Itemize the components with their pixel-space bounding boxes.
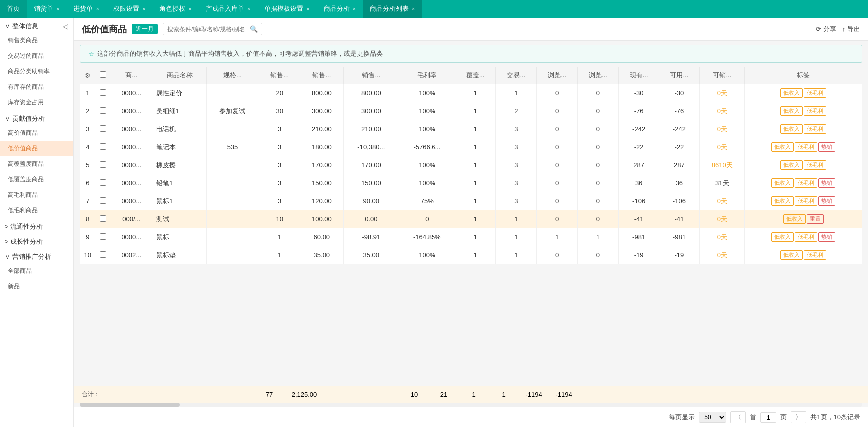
th-view1[interactable]: 浏览... [537, 67, 578, 84]
row-checkbox[interactable] [100, 125, 106, 132]
horizontal-scrollbar[interactable] [80, 403, 862, 407]
sidebar-section-growth[interactable]: > 成长性分析 [0, 233, 73, 248]
row-view1[interactable]: 0 [537, 120, 578, 138]
nav-product-stock[interactable]: 产成品入库单 × [199, 0, 257, 18]
th-qty[interactable]: 销售... [259, 67, 300, 84]
next-page-button[interactable]: 〉 [791, 411, 806, 423]
th-settings[interactable]: ⚙ [80, 67, 96, 84]
row-checkbox[interactable] [100, 233, 106, 240]
row-checkbox-cell[interactable] [96, 156, 110, 174]
nav-product-analysis[interactable]: 商品分析 × [317, 0, 363, 18]
row-view1[interactable]: 0 [537, 210, 578, 228]
row-view1[interactable]: 0 [537, 174, 578, 192]
sidebar-item-low-margin[interactable]: 低毛利商品 [0, 203, 73, 218]
sidebar-item-all-goods[interactable]: 全部商品 [0, 263, 73, 279]
nav-sales-order[interactable]: 销货单 × [27, 0, 66, 18]
nav-home[interactable]: 首页 [0, 0, 27, 18]
th-stock3[interactable]: 可销... [700, 67, 745, 84]
th-profit[interactable]: 毛利率 [399, 67, 455, 84]
row-checkbox-cell[interactable] [96, 228, 110, 246]
close-icon[interactable]: × [247, 6, 250, 12]
row-checkbox[interactable] [100, 215, 106, 222]
row-view1[interactable]: 0 [537, 84, 578, 102]
view-link[interactable]: 0 [555, 179, 559, 187]
row-view1[interactable]: 0 [537, 156, 578, 174]
row-checkbox[interactable] [100, 251, 106, 258]
row-view1[interactable]: 0 [537, 246, 578, 264]
collapse-icon[interactable]: ◁ [63, 22, 68, 30]
select-all-checkbox[interactable] [100, 71, 106, 78]
close-icon[interactable]: × [353, 6, 356, 12]
th-sales1[interactable]: 销售... [300, 67, 344, 84]
search-input[interactable] [167, 26, 247, 33]
th-code[interactable]: 商... [110, 67, 153, 84]
row-checkbox-cell[interactable] [96, 192, 110, 210]
th-stock1[interactable]: 现有... [618, 67, 659, 84]
sidebar-section-overall[interactable]: ∨ 整体信息 ◁ [0, 18, 73, 33]
row-checkbox-cell[interactable] [96, 84, 110, 102]
filter-tag[interactable]: 近一月 [132, 24, 158, 34]
row-checkbox-cell[interactable] [96, 102, 110, 120]
row-checkbox-cell[interactable] [96, 120, 110, 138]
view-link[interactable]: 0 [555, 197, 559, 205]
row-checkbox[interactable] [100, 107, 106, 114]
view-link[interactable]: 0 [555, 251, 559, 259]
row-checkbox-cell[interactable] [96, 246, 110, 264]
sidebar-item-stock-fund[interactable]: 库存资金占用 [0, 95, 73, 110]
row-checkbox-cell[interactable] [96, 138, 110, 156]
share-button[interactable]: ⟳ 分享 [816, 25, 836, 34]
view-link[interactable]: 0 [555, 215, 559, 223]
th-spec[interactable]: 规格... [206, 67, 259, 84]
row-checkbox[interactable] [100, 179, 106, 186]
th-stock2[interactable]: 可用... [659, 67, 700, 84]
close-icon[interactable]: × [188, 6, 191, 12]
row-checkbox-cell[interactable] [96, 210, 110, 228]
sidebar-item-high-margin[interactable]: 高毛利商品 [0, 187, 73, 203]
view-link[interactable]: 0 [555, 161, 559, 169]
row-view1[interactable]: 0 [537, 192, 578, 210]
sidebar-section-circulation[interactable]: > 流通性分析 [0, 218, 73, 233]
sidebar-item-stock-goods[interactable]: 有库存的商品 [0, 79, 73, 95]
row-checkbox[interactable] [100, 197, 106, 204]
close-icon[interactable]: × [56, 6, 59, 12]
per-page-select[interactable]: 50 20 100 [699, 412, 726, 423]
row-checkbox[interactable] [100, 89, 106, 96]
nav-purchase-order[interactable]: 进货单 × [66, 0, 106, 18]
th-view2[interactable]: 浏览... [577, 67, 618, 84]
view-link[interactable]: 0 [555, 107, 559, 115]
settings-icon[interactable]: ⚙ [85, 72, 91, 79]
current-page-input[interactable] [760, 412, 776, 423]
row-checkbox[interactable] [100, 143, 106, 150]
sidebar-section-marketing[interactable]: ∨ 营销推广分析 [0, 248, 73, 263]
sidebar-item-sales-goods[interactable]: 销售类商品 [0, 33, 73, 48]
row-checkbox[interactable] [100, 161, 106, 168]
export-button[interactable]: ↑ 导出 [842, 25, 861, 34]
sidebar-item-traded-goods[interactable]: 交易过的商品 [0, 48, 73, 64]
first-page-button[interactable]: 〈 [730, 411, 746, 423]
th-coverage[interactable]: 覆盖... [455, 67, 496, 84]
nav-product-analysis-list[interactable]: 商品分析列表 × [363, 0, 422, 18]
nav-permission[interactable]: 权限设置 × [106, 0, 152, 18]
view-link[interactable]: 0 [555, 143, 559, 151]
close-icon[interactable]: × [306, 6, 309, 12]
sidebar-section-contribution[interactable]: ∨ 贡献值分析 [0, 110, 73, 125]
th-sales2[interactable]: 销售... [343, 67, 399, 84]
search-icon[interactable]: 🔍 [250, 25, 258, 33]
th-tags[interactable]: 标签 [745, 67, 862, 84]
nav-role-auth[interactable]: 角色授权 × [152, 0, 198, 18]
th-trade[interactable]: 交易... [496, 67, 537, 84]
view-link[interactable]: 0 [555, 89, 559, 97]
view-link[interactable]: 1 [555, 233, 559, 241]
sidebar-item-category-rate[interactable]: 商品分类助销率 [0, 64, 73, 79]
close-icon[interactable]: × [142, 6, 145, 12]
row-view1[interactable]: 0 [537, 138, 578, 156]
sidebar-item-high-value[interactable]: 高价值商品 [0, 125, 73, 141]
row-view1[interactable]: 1 [537, 228, 578, 246]
row-checkbox-cell[interactable] [96, 174, 110, 192]
sidebar-item-low-value[interactable]: 低价值商品 [0, 141, 73, 156]
row-view1[interactable]: 0 [537, 102, 578, 120]
nav-template[interactable]: 单据模板设置 × [257, 0, 316, 18]
view-link[interactable]: 0 [555, 125, 559, 133]
sidebar-item-low-coverage[interactable]: 低覆盖度商品 [0, 172, 73, 187]
close-icon[interactable]: × [412, 6, 415, 12]
